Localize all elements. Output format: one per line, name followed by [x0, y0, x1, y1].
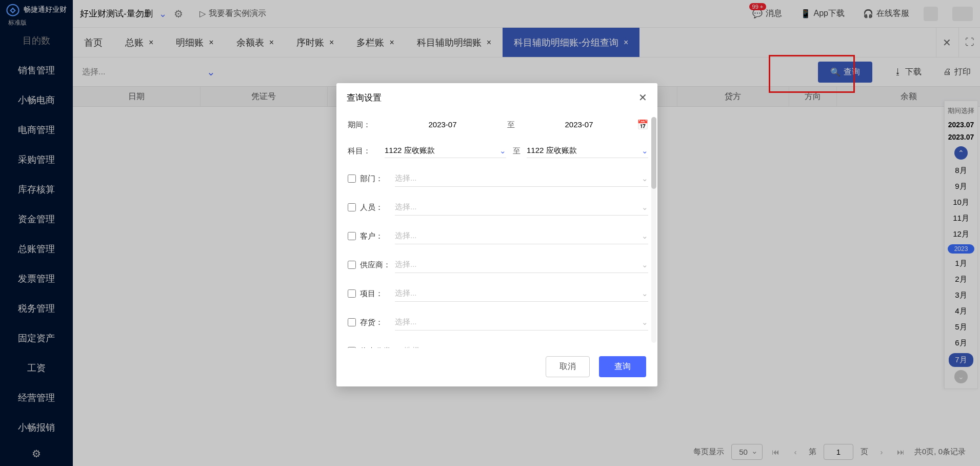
- filter-label: 客户：: [360, 231, 383, 241]
- modal-header: 查询设置 ✕: [336, 83, 657, 112]
- subject-from-value: 1122 应收账款: [385, 146, 435, 156]
- modal-body: 期间： 2023-07 至 2023-07 📅 科目： 1122 应收账款 ⌄ …: [336, 112, 657, 348]
- filter-row-inventory: 存货： 选择...⌄: [348, 308, 648, 337]
- scrollbar[interactable]: [651, 117, 656, 343]
- filter-label: 供应商：: [360, 260, 391, 270]
- cancel-button[interactable]: 取消: [546, 356, 590, 377]
- subject-from-select[interactable]: 1122 应收账款 ⌄: [385, 144, 506, 158]
- close-icon[interactable]: ✕: [638, 91, 647, 104]
- filter-select-customer[interactable]: 选择...⌄: [395, 228, 648, 244]
- placeholder-text: 选择...: [395, 173, 417, 183]
- filter-select-supplier[interactable]: 选择...⌄: [395, 257, 648, 273]
- chevron-down-icon: ⌄: [642, 146, 648, 156]
- filter-select-project[interactable]: 选择...⌄: [395, 285, 648, 302]
- subject-to-select[interactable]: 1122 应收账款 ⌄: [527, 144, 648, 158]
- filter-label: 部门：: [360, 174, 383, 184]
- period-row: 期间： 2023-07 至 2023-07 📅: [348, 112, 648, 138]
- filter-label: 人员：: [360, 203, 383, 212]
- to-separator: 至: [506, 146, 527, 156]
- filter-label: 项目：: [360, 289, 383, 299]
- filter-check-person[interactable]: 人员：: [348, 203, 395, 212]
- placeholder-text: 选择...: [395, 288, 417, 298]
- filter-check-customer[interactable]: 客户：: [348, 231, 395, 241]
- filter-check-supplier[interactable]: 供应商：: [348, 260, 395, 270]
- filter-row-dept: 部门： 选择...⌄: [348, 164, 648, 193]
- calendar-icon[interactable]: 📅: [637, 119, 648, 130]
- modal-title: 查询设置: [347, 92, 382, 104]
- placeholder-text: 选择...: [395, 202, 417, 212]
- filter-row-supplier: 供应商： 选择...⌄: [348, 250, 648, 279]
- checkbox[interactable]: [348, 174, 356, 183]
- period-label: 期间：: [348, 120, 385, 130]
- filter-select-person[interactable]: 选择...⌄: [395, 199, 648, 216]
- chevron-down-icon: ⌄: [642, 260, 648, 269]
- filter-check-project[interactable]: 项目：: [348, 289, 395, 299]
- filter-select-category[interactable]: 选择...⌄: [404, 343, 648, 348]
- checkbox[interactable]: [348, 347, 356, 348]
- checkbox[interactable]: [348, 261, 356, 269]
- filter-row-customer: 客户： 选择...⌄: [348, 222, 648, 250]
- checkbox[interactable]: [348, 318, 356, 326]
- chevron-down-icon: ⌄: [642, 318, 648, 327]
- filter-select-dept[interactable]: 选择...⌄: [395, 170, 648, 187]
- chevron-down-icon: ⌄: [642, 174, 648, 183]
- chevron-down-icon: ⌄: [642, 231, 648, 241]
- filter-row-person: 人员： 选择...⌄: [348, 193, 648, 222]
- to-separator: 至: [501, 120, 521, 130]
- ok-button[interactable]: 查询: [599, 356, 646, 377]
- chevron-down-icon: ⌄: [642, 346, 648, 348]
- filter-row-category: 往来分类： 选择...⌄: [348, 337, 648, 348]
- subject-to-value: 1122 应收账款: [527, 146, 577, 156]
- filter-label: 存货：: [360, 318, 383, 327]
- subject-label: 科目：: [348, 146, 385, 156]
- filter-row-project: 项目： 选择...⌄: [348, 279, 648, 308]
- subject-row: 科目： 1122 应收账款 ⌄ 至 1122 应收账款 ⌄: [348, 138, 648, 164]
- checkbox[interactable]: [348, 203, 356, 211]
- placeholder-text: 选择...: [395, 231, 417, 241]
- placeholder-text: 选择...: [404, 346, 426, 348]
- chevron-down-icon: ⌄: [642, 289, 648, 298]
- chevron-down-icon: ⌄: [642, 203, 648, 212]
- chevron-down-icon: ⌄: [499, 146, 506, 156]
- checkbox[interactable]: [348, 232, 356, 240]
- filter-select-inventory[interactable]: 选择...⌄: [395, 314, 648, 331]
- checkbox[interactable]: [348, 289, 356, 298]
- modal-footer: 取消 查询: [336, 348, 657, 386]
- placeholder-text: 选择...: [395, 260, 417, 269]
- period-from-input[interactable]: 2023-07: [385, 118, 501, 131]
- filter-check-dept[interactable]: 部门：: [348, 174, 395, 184]
- period-to-input[interactable]: 2023-07: [521, 118, 637, 131]
- query-settings-modal: 查询设置 ✕ 期间： 2023-07 至 2023-07 📅 科目： 1122 …: [336, 83, 657, 386]
- placeholder-text: 选择...: [395, 317, 417, 327]
- filter-check-inventory[interactable]: 存货：: [348, 318, 395, 327]
- filter-label: 往来分类：: [360, 346, 398, 348]
- filter-check-category[interactable]: 往来分类：: [348, 346, 404, 348]
